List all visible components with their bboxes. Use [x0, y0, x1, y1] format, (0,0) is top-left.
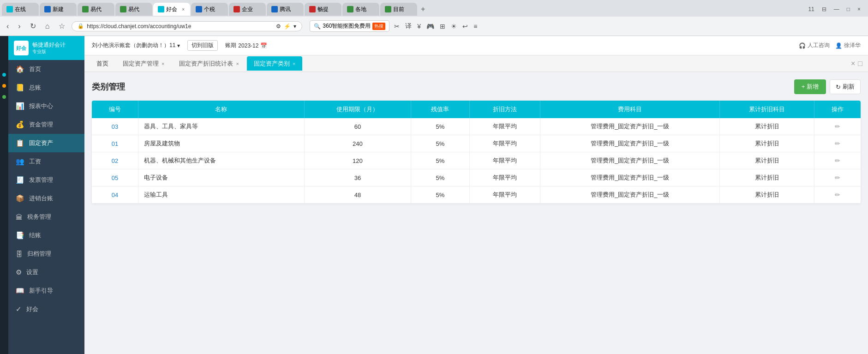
- row-name: 房屋及建筑物: [138, 135, 304, 152]
- page-close-icon[interactable]: ×: [851, 60, 855, 68]
- page-maximize-icon[interactable]: □: [858, 60, 862, 68]
- browser-tab-haohui[interactable]: 好会 ×: [153, 3, 190, 16]
- sidebar-item-fixed-assets[interactable]: 📋 固定资产: [8, 134, 84, 152]
- left-edge: [0, 36, 8, 354]
- row-rate: 5%: [411, 118, 469, 135]
- dropdown-icon[interactable]: ▾: [177, 42, 180, 49]
- browser-tab-geshui[interactable]: 个税: [191, 3, 228, 16]
- user-avatar-button[interactable]: 👤 徐泽华: [835, 42, 861, 49]
- tab-home[interactable]: 首页: [90, 57, 115, 71]
- sidebar-item-archive[interactable]: 🗄 归档管理: [8, 245, 84, 263]
- sidebar-item-close-period[interactable]: 📑 结账: [8, 226, 84, 245]
- sidebar-item-guide[interactable]: 📖 新手引导: [8, 282, 84, 300]
- tab-close-fixed-asset-mgmt[interactable]: ×: [162, 61, 164, 66]
- row-months: 36: [305, 169, 411, 186]
- row-months: 48: [305, 186, 411, 204]
- tab-home-label: 首页: [96, 60, 108, 68]
- close-window-btn[interactable]: ×: [856, 5, 862, 13]
- tab-fixed-asset-mgmt[interactable]: 固定资产管理 ×: [116, 56, 171, 71]
- browser-tab-changti[interactable]: 畅提: [305, 3, 341, 16]
- tab-settings-icon[interactable]: ⊟: [820, 5, 828, 13]
- row-rate: 5%: [411, 169, 469, 186]
- sidebar-header: 好会 畅捷通好会计 专业版: [8, 36, 84, 60]
- add-category-button[interactable]: + 新增: [794, 79, 826, 94]
- bookmark-button[interactable]: ☆: [56, 21, 68, 31]
- home-icon: 🏠: [16, 65, 24, 73]
- sidebar-item-inventory[interactable]: 📦 进销台账: [8, 189, 84, 208]
- browser-tab-qiye[interactable]: 企业: [229, 3, 266, 16]
- browser-tab-bar: 在线 新建 易代 易代 好会 × 个税 企业: [0, 0, 868, 17]
- browser-tab-muqian[interactable]: 目前: [380, 3, 417, 16]
- edit-icon[interactable]: ✏: [835, 191, 840, 198]
- browser-tab-new[interactable]: 新建: [40, 3, 77, 16]
- refresh-button[interactable]: ↻ 刷新: [830, 79, 861, 94]
- calendar-icon[interactable]: 📅: [260, 42, 267, 49]
- headphone-icon: 🎧: [799, 42, 806, 49]
- grid-icon[interactable]: ⊞: [439, 22, 446, 31]
- wallet-icon[interactable]: ¥: [416, 22, 422, 31]
- row-action: ✏: [814, 135, 861, 152]
- left-dot-1: [2, 73, 6, 77]
- sidebar-item-funds[interactable]: 💰 资金管理: [8, 115, 84, 134]
- action-buttons: + 新增 ↻ 刷新: [794, 79, 861, 94]
- minimize-window-btn[interactable]: —: [832, 5, 841, 13]
- sidebar-item-tax[interactable]: 🏛 税务管理: [8, 208, 84, 226]
- tab-close-depreciation-table[interactable]: ×: [236, 61, 239, 66]
- sidebar-item-payroll[interactable]: 👥 工资: [8, 152, 84, 171]
- header-right: 🎧 人工咨询 👤 徐泽华: [799, 42, 861, 49]
- browser-tab-online[interactable]: 在线: [2, 3, 39, 16]
- payroll-icon: 👥: [16, 157, 24, 166]
- game-icon[interactable]: 🎮: [425, 22, 435, 31]
- sidebar-item-ledger[interactable]: 📒 总账: [8, 78, 84, 97]
- sidebar-item-home[interactable]: 🏠 首页: [8, 60, 84, 78]
- row-accum: 累计折旧: [720, 152, 814, 169]
- sidebar-item-label: 资金管理: [29, 120, 53, 129]
- home-button[interactable]: ⌂: [42, 21, 53, 31]
- back-button[interactable]: ‹: [4, 21, 12, 31]
- edit-icon[interactable]: ✏: [835, 123, 840, 130]
- brightness-icon[interactable]: ☀: [450, 22, 458, 31]
- row-expense: 管理费用_固定资产折旧_一级: [540, 118, 720, 135]
- sidebar-item-invoices[interactable]: 🧾 发票管理: [8, 171, 84, 189]
- row-rate: 5%: [411, 186, 469, 204]
- period-info: 账期 2023-12 📅: [225, 42, 267, 49]
- tab-close-asset-category[interactable]: ×: [293, 61, 295, 66]
- col-header-months: 使用期限（月）: [305, 101, 411, 118]
- left-dot-2: [2, 84, 6, 88]
- address-bar-lightning-icon[interactable]: ⚡: [284, 23, 291, 30]
- undo-icon[interactable]: ↩: [461, 22, 469, 31]
- browser-tab-tengxun[interactable]: 腾讯: [267, 3, 304, 16]
- edit-icon[interactable]: ✏: [835, 140, 840, 147]
- row-name: 运输工具: [138, 186, 304, 204]
- tab-depreciation-table[interactable]: 固定资产折旧统计表 ×: [172, 56, 245, 71]
- menu-icon[interactable]: ≡: [473, 22, 478, 31]
- row-accum: 累计折旧: [720, 118, 814, 135]
- period-label: 账期: [225, 42, 236, 49]
- search-bar[interactable]: 🔍 360智能抠图免费用 热搜: [310, 20, 389, 32]
- sidebar-item-good[interactable]: ✓ 好会: [8, 300, 84, 318]
- browser-tab-close-haohui[interactable]: ×: [181, 7, 186, 12]
- sidebar: 好会 畅捷通好会计 专业版 🏠 首页 📒 总账 📊 报表中心 💰 资金管理: [8, 36, 84, 354]
- row-method: 年限平均: [470, 152, 540, 169]
- refresh-button[interactable]: ↻: [27, 21, 39, 31]
- scissors-icon[interactable]: ✂: [393, 22, 401, 31]
- consult-button[interactable]: 🎧 人工咨询: [799, 42, 830, 49]
- switch-version-button[interactable]: 切到旧版: [187, 40, 218, 51]
- sidebar-item-reports[interactable]: 📊 报表中心: [8, 97, 84, 115]
- new-tab-button[interactable]: +: [418, 4, 428, 14]
- maximize-window-btn[interactable]: □: [845, 5, 852, 13]
- address-bar-settings-icon[interactable]: ⚙: [276, 23, 281, 30]
- edit-icon[interactable]: ✏: [835, 157, 840, 164]
- browser-tab-gedi[interactable]: 各地: [342, 3, 379, 16]
- forward-button[interactable]: ›: [15, 21, 23, 31]
- edit-icon[interactable]: ✏: [835, 174, 840, 181]
- sidebar-item-settings[interactable]: ⚙ 设置: [8, 263, 84, 282]
- translate-icon[interactable]: 译: [404, 21, 413, 31]
- address-bar-dropdown-icon[interactable]: ▾: [293, 23, 296, 30]
- address-bar[interactable]: 🔒 https://cloud.chanjet.com/accounting/u…: [72, 21, 302, 31]
- tab-asset-category[interactable]: 固定资产类别 ×: [247, 56, 302, 71]
- browser-tab-yidai1[interactable]: 易代: [78, 3, 114, 16]
- browser-tab-yidai2[interactable]: 易代: [115, 3, 152, 16]
- ssl-lock-icon: 🔒: [78, 23, 84, 29]
- row-action: ✏: [814, 152, 861, 169]
